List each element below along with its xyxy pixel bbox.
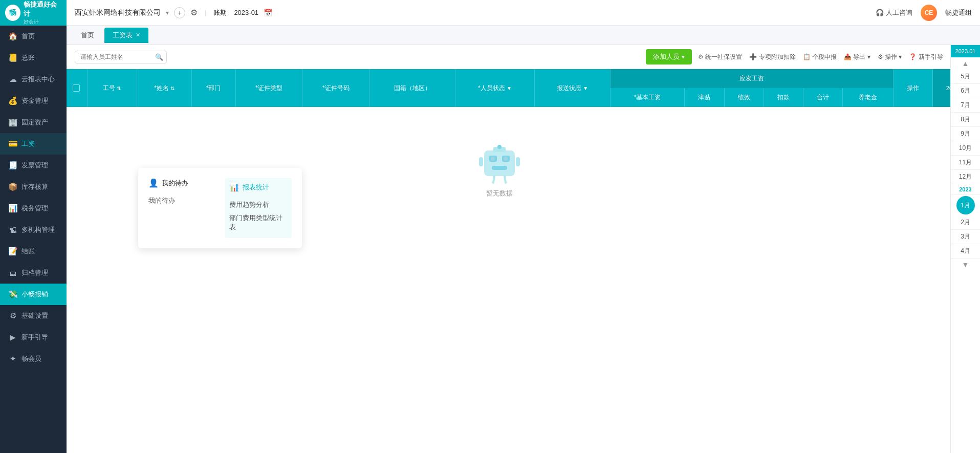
sidebar-item-invoice[interactable]: 🧾发票管理 [0,155,67,176]
sidebar-item-basic[interactable]: ⚙基础设置 [0,305,67,327]
company-dropdown-arrow[interactable]: ▾ [166,9,169,16]
month-item-12[interactable]: 12月 [951,170,980,184]
month-item-9[interactable]: 9月 [951,127,980,141]
month-item-8[interactable]: 8月 [951,113,980,127]
ledger-icon: 📒 [8,53,17,62]
sidebar-item-fund[interactable]: 💰资金管理 [0,90,67,112]
logo-text: 畅捷通好会计 好会计 [24,0,61,26]
member-icon: ✦ [8,354,17,363]
search-icon[interactable]: 🔍 [155,53,163,61]
sidebar-item-settle[interactable]: 📝结账 [0,241,67,262]
toolbar: 🔍 添加人员 ▾ ⚙ 统一社保设置 ➕ 专项附加扣除 📋 个税申报 📤 导出 ▾… [67,45,980,69]
month-item-3[interactable]: 3月 [951,230,980,244]
col-allowance: 津贴 [685,88,724,107]
sidebar-item-expense[interactable]: 💸小畅报销 [0,284,67,305]
tax-report-button[interactable]: 📋 个税申报 [803,53,837,61]
popup-section-todo-title: 👤 我的待办 [148,178,215,188]
home-icon: 🏠 [8,32,17,41]
month-scroll-down-button[interactable]: ▼ [951,258,980,271]
period-calendar-icon[interactable]: 📅 [264,9,272,17]
period-label: 账期 [213,8,227,17]
month-item-7[interactable]: 7月 [951,98,980,113]
month-item-4[interactable]: 4月 [951,244,980,258]
fund-icon: 💰 [8,96,17,105]
fixed-assets-icon: 🏢 [8,118,17,127]
col-dept: *部门 [191,69,235,107]
month-item-1-active[interactable]: 1月 [956,196,975,214]
tab-home[interactable]: 首页 [73,28,102,43]
popup-section-todo: 👤 我的待办 我的待办 [148,178,215,238]
col-cert-no: *证件号码 [302,69,369,107]
sidebar: 畅 畅捷通好会计 好会计 🏠首页📒总账☁云报表中心💰资金管理🏢固定资产💳工资🧾发… [0,0,67,453]
content-area: 🔍 添加人员 ▾ ⚙ 统一社保设置 ➕ 专项附加扣除 📋 个税申报 📤 导出 ▾… [67,45,980,453]
archive-icon: 🗂 [8,268,17,277]
headset-icon: 🎧 [876,9,884,16]
guide-button[interactable]: ❓ 新手引导 [909,53,943,61]
sidebar-item-ledger[interactable]: 📒总账 [0,47,67,69]
search-box: 🔍 [75,51,167,63]
sidebar-item-inventory[interactable]: 📦库存核算 [0,176,67,198]
tabbar: 首页 工资表 ✕ [67,26,980,45]
empty-text: 暂无数据 [486,189,513,198]
app-logo: 畅 畅捷通好会计 好会计 [0,0,67,26]
col-group-salary: 应发工资 [610,69,894,88]
table-container: 工号 ⇅ *姓名 ⇅ *部门 *证件类型 *证件号码 国籍（地区） *人员状态 … [67,69,980,453]
cloud-reports-icon: ☁ [8,75,17,84]
popup-item-dept-expense[interactable]: 部门费用类型统计表 [229,211,288,234]
sidebar-item-home[interactable]: 🏠首页 [0,26,67,47]
sidebar-item-archive[interactable]: 🗂归档管理 [0,262,67,284]
sidebar-nav: 🏠首页📒总账☁云报表中心💰资金管理🏢固定资产💳工资🧾发票管理📦库存核算📊税务管理… [0,26,67,453]
operation-button[interactable]: ⚙ 操作 ▾ [878,53,902,61]
month-scroll-up-button[interactable]: ▲ [951,57,980,70]
month-item-10[interactable]: 10月 [951,141,980,156]
add-person-button[interactable]: 添加人员 ▾ [646,49,692,64]
select-all-checkbox[interactable] [73,84,80,92]
user-name[interactable]: 畅捷通组 [945,8,972,17]
col-name: *姓名 ⇅ [137,69,192,107]
svg-rect-4 [479,157,483,166]
support-button[interactable]: 🎧 人工咨询 [876,8,912,17]
sidebar-item-guide[interactable]: ▶新手引导 [0,327,67,348]
month-item-11[interactable]: 11月 [951,156,980,170]
settle-icon: 📝 [8,247,17,256]
user-avatar[interactable]: CE [921,5,937,21]
basic-icon: ⚙ [8,311,17,320]
add-company-button[interactable]: + [174,7,185,18]
month-item-6[interactable]: 6月 [951,84,980,98]
empty-illustration [474,138,525,189]
sidebar-item-tax[interactable]: 📊税务管理 [0,198,67,219]
col-total: 合计 [803,88,842,107]
special-deduction-button[interactable]: ➕ 专项附加扣除 [749,53,795,61]
sidebar-item-multi-org[interactable]: 🏗多机构管理 [0,219,67,241]
export-button[interactable]: 📤 导出 ▾ [844,53,870,61]
month-panel: 2023.01 ▲ 5月 6月 7月 8月 9月 10月 11月 12月 202… [950,45,980,453]
col-deduction: 扣款 [764,88,803,107]
salary-icon: 💳 [8,139,17,148]
search-input[interactable] [80,53,152,60]
col-person-status: *人员状态 ▼ [455,69,535,107]
social-security-button[interactable]: ⚙ 统一社保设置 [698,53,742,61]
popup-item-my-todo[interactable]: 我的待办 [148,194,215,207]
tab-close-icon[interactable]: ✕ [136,32,140,38]
topbar: 西安虾米网络科技有限公司 ▾ + ⚙ | 账期 2023-01 📅 🎧 人工咨询… [67,0,980,26]
settings-icon[interactable]: ⚙ [190,8,198,17]
invoice-icon: 🧾 [8,161,17,170]
month-item-2[interactable]: 2月 [951,215,980,230]
col-pension: 养老金 [842,88,894,107]
sidebar-item-member[interactable]: ✦畅会员 [0,348,67,370]
dropdown-popup: 👤 我的待办 我的待办 📊 报表统计 费用趋势分析 部门费用类型统计表 [138,168,302,248]
expense-icon: 💸 [8,290,17,299]
sidebar-item-fixed-assets[interactable]: 🏢固定资产 [0,112,67,133]
col-nationality: 国籍（地区） [369,69,455,107]
sidebar-item-salary[interactable]: 💳工资 [0,133,67,155]
logo-icon: 畅 [5,5,20,21]
guide-icon: ▶ [8,333,17,342]
popup-section-reports: 📊 报表统计 费用趋势分析 部门费用类型统计表 [225,178,292,238]
tab-salary[interactable]: 工资表 ✕ [104,28,148,43]
svg-point-8 [491,157,495,161]
svg-rect-0 [484,150,515,176]
popup-item-expense-trend[interactable]: 费用趋势分析 [229,198,288,211]
month-item-5[interactable]: 5月 [951,70,980,84]
year-label-2023: 2023 [951,184,980,195]
sidebar-item-cloud-reports[interactable]: ☁云报表中心 [0,69,67,90]
